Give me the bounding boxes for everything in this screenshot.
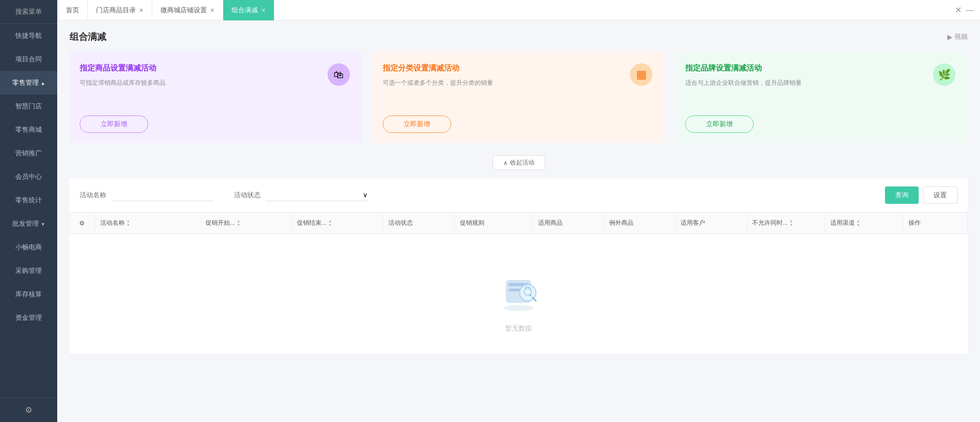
th-applicable-goods: 适用商品 [533,213,604,233]
product-card-title: 指定商品设置满减活动 [80,63,352,73]
activity-name-filter-group: 活动名称 [80,189,214,201]
brand-card-icon: 🌿 [933,63,955,86]
table-wrapper: ⚙ 活动名称 ▲▼ 促销开始... ▲▼ 促销结束... ▲▼ 活动状态 [69,212,968,354]
th-applicable-channel[interactable]: 适用渠道 ▲▼ [825,213,903,233]
th-gear[interactable]: ⚙ [69,214,95,233]
th-promo-start-sort: ▲▼ [237,219,241,227]
tab-wechat-settings-label: 微商城店铺设置 [160,0,207,20]
tab-store-catalog-close[interactable]: ✕ [139,0,144,20]
th-no-allow-sort: ▲▼ [789,219,794,227]
th-action: 操作 [903,213,968,233]
th-activity-status-label: 活动状态 [388,219,413,227]
sidebar-item-xiaochangec[interactable]: 小畅电商 [0,236,57,259]
product-card-desc: 可指定滞销商品或库存较多商品 [80,78,256,107]
sidebar-item-wholesale-mgmt[interactable]: 批发管理 [0,212,57,236]
activity-status-select[interactable]: ∨ [266,189,368,201]
video-label: 视频 [954,32,968,41]
category-activity-card: ▦ 指定分类设置满减活动 可选一个或者多个分类，提升分类的销量 立即新增 [372,51,665,143]
th-applicable-customer-label: 适用客户 [681,219,705,227]
brand-card-add-btn[interactable]: 立即新增 [685,115,754,133]
collapse-bar: ∧ 收起活动 [69,151,968,178]
empty-icon [493,265,544,316]
product-card-add-btn[interactable]: 立即新增 [80,115,148,133]
activity-name-input[interactable] [111,189,214,201]
filter-area: 活动名称 活动状态 ∨ 查询 设置 [69,178,968,212]
tab-combo-discount-label: 组合满减 [231,0,258,20]
th-no-allow[interactable]: 不允许同时... ▲▼ [747,213,825,233]
th-promo-rule-label: 促销规则 [460,219,484,227]
tab-wechat-settings-close[interactable]: ✕ [210,0,215,20]
sidebar-item-smart-store[interactable]: 智慧门店 [0,95,57,118]
th-activity-name-label: 活动名称 [100,219,125,227]
th-applicable-channel-label: 适用渠道 [830,219,855,227]
activity-status-filter-group: 活动状态 ∨ [234,189,368,201]
tab-combo-discount-close[interactable]: ✕ [261,0,266,20]
product-card-icon: 🛍 [328,63,350,86]
page-title: 组合满减 [69,31,106,43]
th-promo-start[interactable]: 促销开始... ▲▼ [200,213,292,233]
collapse-arrow-icon: ∧ [503,159,508,167]
th-applicable-channel-sort: ▲▼ [856,219,860,227]
settings-icon[interactable]: ⚙ [25,406,32,414]
tab-home[interactable]: 首页 [57,0,88,20]
chevron-down-icon: ∨ [363,191,368,199]
category-card-add-btn[interactable]: 立即新增 [383,115,451,133]
sidebar-item-member-center[interactable]: 会员中心 [0,165,57,189]
svg-point-0 [503,305,534,311]
th-promo-rule: 促销规则 [455,213,533,233]
sidebar-search[interactable]: 搜索菜单 [0,0,57,24]
th-applicable-goods-label: 适用商品 [538,219,563,227]
category-card-desc: 可选一个或者多个分类，提升分类的销量 [383,78,559,107]
th-no-allow-label: 不允许同时... [752,219,788,227]
table-header: ⚙ 活动名称 ▲▼ 促销开始... ▲▼ 促销结束... ▲▼ 活动状态 [69,212,968,234]
sidebar-item-purchase-mgmt[interactable]: 采购管理 [0,259,57,283]
sidebar-item-retail-mgmt[interactable]: 零售管理 [0,71,57,95]
brand-card-desc: 适合与上游企业联合做营销，提升品牌销量 [685,78,862,107]
sidebar-item-retail-stats[interactable]: 零售统计 [0,189,57,212]
query-button[interactable]: 查询 [885,186,919,204]
sidebar-item-fund-mgmt[interactable]: 资金管理 [0,306,57,330]
filter-actions: 查询 设置 [885,186,958,204]
sidebar-item-inventory-calc[interactable]: 库存核算 [0,283,57,306]
empty-state: 暂无数据 [69,234,968,354]
sidebar-item-marketing[interactable]: 营销推广 [0,142,57,165]
activity-name-filter-label: 活动名称 [80,191,106,200]
page-header: 组合满减 ▶ 视频 [69,31,968,43]
video-link[interactable]: ▶ 视频 [947,32,968,41]
content-area: 组合满减 ▶ 视频 🛍 指定商品设置满减活动 可指定滞销商品或库存较多商品 立即… [57,20,980,422]
th-promo-end-label: 促销结束... [297,219,326,227]
tabs-bar: 首页 门店商品目录 ✕ 微商城店铺设置 ✕ 组合满减 ✕ ✕ — [57,0,980,20]
tab-home-label: 首页 [66,0,79,20]
tab-wechat-settings[interactable]: 微商城店铺设置 ✕ [152,0,223,20]
brand-activity-card: 🌿 指定品牌设置满减活动 适合与上游企业联合做营销，提升品牌销量 立即新增 [675,51,968,143]
th-activity-name[interactable]: 活动名称 ▲▼ [95,213,200,233]
activity-status-filter-label: 活动状态 [234,191,261,200]
tab-store-catalog[interactable]: 门店商品目录 ✕ [88,0,152,20]
product-activity-card: 🛍 指定商品设置满减活动 可指定滞销商品或库存较多商品 立即新增 [69,51,362,143]
th-activity-name-sort: ▲▼ [126,219,130,227]
th-except-goods: 例外商品 [604,213,675,233]
sidebar-bottom: ⚙ [0,397,57,422]
th-applicable-customer: 适用客户 [675,213,747,233]
settings-button[interactable]: 设置 [923,186,958,204]
window-close-btn[interactable]: ✕ [955,5,962,15]
th-activity-status: 活动状态 [383,213,455,233]
sidebar-item-retail-mall[interactable]: 零售商城 [0,118,57,142]
window-minimize-btn[interactable]: — [966,6,974,15]
th-promo-end-sort: ▲▼ [328,219,332,227]
play-icon: ▶ [947,33,952,41]
main-area: 首页 门店商品目录 ✕ 微商城店铺设置 ✕ 组合满减 ✕ ✕ — 组合满减 ▶ … [57,0,980,422]
empty-text: 暂无数据 [505,324,532,333]
th-gear-icon: ⚙ [79,220,85,227]
sidebar-item-project-contract[interactable]: 项目合同 [0,48,57,71]
category-card-icon: ▦ [630,63,652,86]
collapse-label: 收起活动 [510,158,534,167]
window-controls: ✕ — [949,5,980,15]
sidebar-item-quick-nav[interactable]: 快捷导航 [0,24,57,48]
category-card-title: 指定分类设置满减活动 [383,63,655,73]
tab-combo-discount[interactable]: 组合满减 ✕ [223,0,274,20]
th-except-goods-label: 例外商品 [609,219,634,227]
tab-store-catalog-label: 门店商品目录 [96,0,136,20]
th-promo-end[interactable]: 促销结束... ▲▼ [292,213,383,233]
collapse-button[interactable]: ∧ 收起活动 [493,155,545,170]
